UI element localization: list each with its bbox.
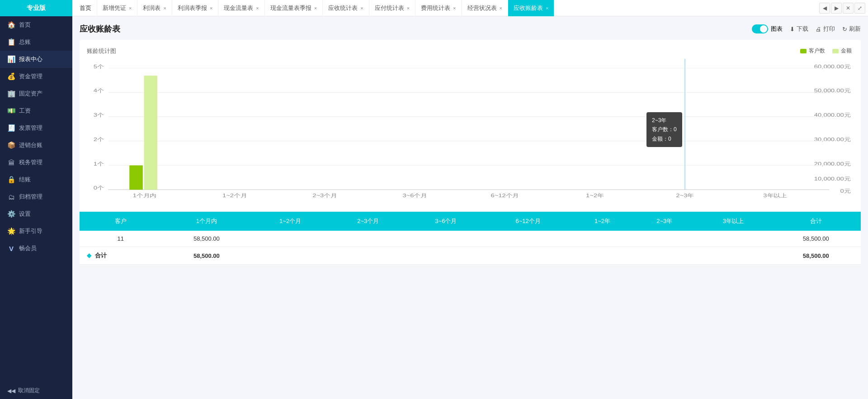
close-profit-icon[interactable]: × bbox=[163, 5, 166, 11]
member-icon: V bbox=[7, 245, 15, 252]
tab-expand-button[interactable]: ⤢ bbox=[854, 3, 865, 14]
chart-title: 账龄统计图 bbox=[87, 47, 854, 55]
sidebar-item-tax[interactable]: 🏛 税务管理 bbox=[0, 154, 72, 171]
sidebar-item-label-member: 畅会员 bbox=[19, 244, 37, 252]
tab-ar-stat[interactable]: 应收统计表 × bbox=[323, 0, 369, 16]
sidebar-item-settings[interactable]: ⚙️ 设置 bbox=[0, 205, 72, 223]
close-voucher-icon[interactable]: × bbox=[129, 5, 132, 11]
sidebar-item-member[interactable]: V 畅会员 bbox=[0, 240, 72, 257]
chart-toggle[interactable]: 图表 bbox=[752, 24, 783, 33]
svg-text:1个月内: 1个月内 bbox=[133, 193, 156, 199]
chart-area: 5个 4个 3个 2个 1个 0个 60,000.00元 50,000.00元 … bbox=[87, 59, 854, 199]
sidebar-item-label-fixed: 固定资产 bbox=[19, 90, 42, 98]
close-operation-icon[interactable]: × bbox=[500, 5, 502, 11]
sidebar-item-capital[interactable]: 💰 资金管理 bbox=[0, 68, 72, 85]
data-table: 客户 1个月内 1~2个月 2~3个月 3~6个月 6~12个月 1~2年 2~… bbox=[80, 212, 861, 265]
tab-profit-q-label: 利润表季报 bbox=[178, 4, 207, 12]
cell-m2-0 bbox=[251, 231, 329, 247]
cell-total-y2 bbox=[571, 247, 633, 265]
table-header-row: 客户 1个月内 1~2个月 2~3个月 3~6个月 6~12个月 1~2年 2~… bbox=[80, 212, 861, 231]
tab-home-label: 首页 bbox=[80, 4, 91, 12]
close-expense-icon[interactable]: × bbox=[453, 5, 456, 11]
svg-text:5个: 5个 bbox=[94, 63, 104, 69]
tab-expense[interactable]: 费用统计表 × bbox=[415, 0, 462, 16]
cell-m6-0 bbox=[407, 231, 485, 247]
sidebar-item-ledger[interactable]: 📋 总账 bbox=[0, 33, 72, 51]
close-cashflow-q-icon[interactable]: × bbox=[314, 5, 317, 11]
tab-ap-stat-label: 应付统计表 bbox=[375, 4, 404, 12]
print-icon: 🖨 bbox=[816, 26, 821, 33]
sidebar-item-reports[interactable]: 📊 报表中心 bbox=[0, 51, 72, 68]
print-button[interactable]: 🖨 打印 bbox=[816, 25, 835, 33]
sidebar-item-label-invoice: 发票管理 bbox=[19, 124, 42, 132]
salary-icon: 💵 bbox=[7, 107, 15, 115]
tab-cashflow-q[interactable]: 现金流量表季报 × bbox=[265, 0, 323, 16]
cell-total-sum: 58,500.00 bbox=[771, 247, 861, 265]
ledger-icon: 📋 bbox=[7, 38, 15, 46]
th-y3: 2~3年 bbox=[633, 212, 695, 231]
cell-m12-0 bbox=[485, 231, 571, 247]
sidebar-item-home[interactable]: 🏠 首页 bbox=[0, 16, 72, 33]
sidebar-item-guide[interactable]: 🌟 新手引导 bbox=[0, 223, 72, 240]
legend-label-amount: 金额 bbox=[841, 47, 852, 55]
tab-profit-q[interactable]: 利润表季报 × bbox=[172, 0, 218, 16]
refresh-icon: ↻ bbox=[842, 26, 847, 33]
cell-total-m1: 58,500.00 bbox=[162, 247, 251, 265]
main-area: 首页 新增凭证 × 利润表 × 利润表季报 × 现金流量表 × 现金流量表季报 … bbox=[72, 0, 868, 399]
sidebar-item-label-ledger: 总账 bbox=[19, 38, 31, 46]
svg-text:60,000.00元: 60,000.00元 bbox=[814, 63, 850, 69]
svg-text:2个: 2个 bbox=[94, 137, 104, 142]
tab-ar-aging[interactable]: 应收账龄表 × bbox=[508, 0, 554, 16]
sidebar-item-label-home: 首页 bbox=[19, 21, 31, 29]
sidebar-item-label-closing: 结账 bbox=[19, 176, 31, 184]
cell-total-yplus bbox=[695, 247, 771, 265]
table-total-row: ◆ 合计 58,500.00 58,500.00 bbox=[80, 247, 861, 265]
close-ar-stat-icon[interactable]: × bbox=[360, 5, 363, 11]
svg-text:10,000.00元: 10,000.00元 bbox=[814, 176, 850, 181]
sidebar-item-sales[interactable]: 📦 进销台账 bbox=[0, 137, 72, 154]
refresh-button[interactable]: ↻ 刷新 bbox=[842, 25, 861, 33]
cell-m1-0: 58,500.00 bbox=[162, 231, 251, 247]
tab-next-button[interactable]: ▶ bbox=[831, 3, 842, 14]
legend-color-customers bbox=[800, 49, 807, 53]
sidebar-item-invoice[interactable]: 🧾 发票管理 bbox=[0, 119, 72, 137]
th-customer: 客户 bbox=[80, 212, 162, 231]
close-cashflow-icon[interactable]: × bbox=[256, 5, 259, 11]
svg-text:3个: 3个 bbox=[94, 112, 104, 118]
cell-total-m3 bbox=[329, 247, 407, 265]
unpin-button[interactable]: ◀◀ 取消固定 bbox=[0, 382, 72, 399]
sidebar-item-closing[interactable]: 🔒 结账 bbox=[0, 171, 72, 188]
svg-text:3~6个月: 3~6个月 bbox=[402, 193, 427, 199]
tab-ap-stat[interactable]: 应付统计表 × bbox=[369, 0, 415, 16]
invoice-icon: 🧾 bbox=[7, 124, 15, 132]
cell-total-m2 bbox=[251, 247, 329, 265]
close-ar-aging-icon[interactable]: × bbox=[546, 5, 548, 11]
legend-customers: 客户数 bbox=[800, 47, 825, 55]
tab-prev-button[interactable]: ◀ bbox=[819, 3, 830, 14]
svg-text:4个: 4个 bbox=[94, 88, 104, 94]
fixed-icon: 🏢 bbox=[7, 90, 15, 98]
tab-voucher[interactable]: 新增凭证 × bbox=[97, 0, 137, 16]
sidebar-item-fixed[interactable]: 🏢 固定资产 bbox=[0, 85, 72, 102]
tab-home[interactable]: 首页 bbox=[74, 0, 97, 16]
sidebar-item-label-sales: 进销台账 bbox=[19, 141, 42, 149]
page-header: 应收账龄表 图表 ⬇ 下载 🖨 打印 ↻ 刷新 bbox=[80, 24, 861, 34]
legend-amount: 金额 bbox=[832, 47, 852, 55]
tab-operation-label: 经营状况表 bbox=[467, 4, 497, 12]
tab-cashflow[interactable]: 现金流量表 × bbox=[218, 0, 264, 16]
content-area: 应收账龄表 图表 ⬇ 下载 🖨 打印 ↻ 刷新 bbox=[72, 16, 868, 399]
tab-profit[interactable]: 利润表 × bbox=[137, 0, 172, 16]
svg-text:50,000.00元: 50,000.00元 bbox=[814, 88, 850, 94]
sidebar-item-archive[interactable]: 🗂 归档管理 bbox=[0, 188, 72, 205]
sidebar-item-salary[interactable]: 💵 工资 bbox=[0, 102, 72, 119]
download-button[interactable]: ⬇ 下载 bbox=[790, 25, 808, 33]
sidebar-item-label-tax: 税务管理 bbox=[19, 158, 42, 166]
close-profit-q-icon[interactable]: × bbox=[210, 5, 212, 11]
tab-close-all-button[interactable]: ✕ bbox=[843, 3, 854, 14]
toggle-switch-control[interactable] bbox=[752, 24, 768, 33]
tax-icon: 🏛 bbox=[7, 159, 15, 166]
close-ap-stat-icon[interactable]: × bbox=[407, 5, 410, 11]
guide-icon: 🌟 bbox=[7, 227, 15, 235]
tab-operation[interactable]: 经营状况表 × bbox=[462, 0, 508, 16]
app-logo: 专业版 bbox=[0, 0, 72, 16]
